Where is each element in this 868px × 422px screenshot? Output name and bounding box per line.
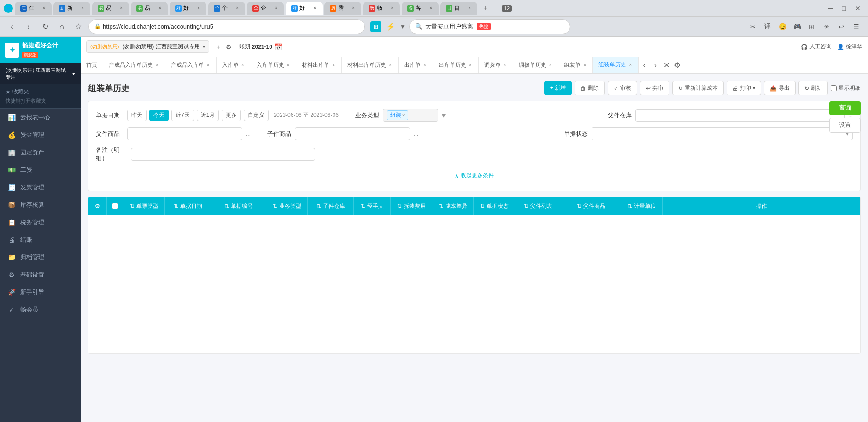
new-tab-button[interactable]: + [479,2,492,15]
tab-close-8[interactable]: × [312,6,317,11]
biz-type-tag-close[interactable]: × [402,113,405,118]
page-tab-home[interactable]: 首页 [81,57,103,74]
browser-tab-2[interactable]: 新 新 × [53,2,90,15]
browser-tab-1[interactable]: 在 在 × [15,2,52,15]
sidebar-item-tax[interactable]: 📋 税务管理 [0,214,81,231]
sidebar-item-checkout[interactable]: 🖨 结账 [0,231,81,249]
tab-close-1[interactable]: × [41,6,46,11]
service-button[interactable]: 🎧 人工咨询 [801,43,832,51]
page-tab-mat-out-history[interactable]: 材料出库单历史 × [342,57,399,74]
th-settings[interactable]: ⚙ [88,197,107,215]
browser-tab-7[interactable]: 企 企 × [247,2,284,15]
th-parent-goods[interactable]: ⇅ 父件商品 [561,197,621,215]
page-tab-out-order[interactable]: 出库单 × [399,57,433,74]
settings-config-button[interactable]: 设置 [829,118,861,133]
today-button[interactable]: 今天 [149,110,169,121]
emoji-tool[interactable]: 😊 [776,20,789,33]
browser-tab-12[interactable]: 目 目 × [440,2,477,15]
tab-close-3[interactable]: × [119,6,123,11]
brightness-tool[interactable]: ☀ [820,20,833,33]
assemble-close[interactable]: × [503,63,507,68]
company-selector[interactable]: (勿删勿禁用) 江西服宝测试专用 ▾ [6,67,75,81]
refresh-button[interactable]: ↻ 刷新 [798,81,828,95]
tab-scroll-right[interactable]: › [650,57,661,74]
home-button[interactable]: ⌂ [55,20,68,33]
th-handler[interactable]: ⇅ 经手人 [354,197,391,215]
browser-tab-4[interactable]: 易 易 × [131,2,168,15]
menu-tool[interactable]: ☰ [850,20,862,33]
parent-goods-ellipsis[interactable]: ... [246,131,251,137]
address-input[interactable]: 🔒 https://cloud.chanjet.com/accounting/u… [88,19,365,34]
sidebar-item-inventory[interactable]: 📦 库存核算 [0,196,81,214]
th-number[interactable]: ⇅ 单据编号 [211,197,266,215]
child-goods-input[interactable] [295,127,410,140]
sidebar-item-settings[interactable]: ⚙ 基础设置 [0,266,81,283]
page-tab-in-order[interactable]: 入库单 × [217,57,251,74]
close-button[interactable]: ✕ [851,5,864,12]
tab-close-7[interactable]: × [274,6,278,11]
in-history-close[interactable]: × [286,63,291,68]
abandon-button[interactable]: ↩ 弃审 [640,81,669,95]
tab-close-6[interactable]: × [235,6,240,11]
translate-tool[interactable]: 译 [761,20,774,33]
collapse-bar[interactable]: ∧ 收起更多条件 [96,168,853,183]
bookmark-button[interactable]: ☆ [72,20,85,33]
add-company-button[interactable]: + [217,43,220,51]
back-button[interactable]: ‹ [6,20,18,33]
sidebar-item-invoice[interactable]: 🧾 发票管理 [0,179,81,196]
show-detail-checkbox[interactable]: 显示明细 [831,84,861,92]
reload-button[interactable]: ↻ [39,20,52,33]
more-date-button[interactable]: 更多 [222,110,241,121]
user-info[interactable]: 👤 徐泽华 [837,43,862,51]
week-button[interactable]: 近7天 [171,110,194,121]
yesterday-button[interactable]: 昨天 [127,110,147,121]
dropdown-button[interactable]: ▼ [400,23,405,30]
th-diff[interactable]: ⇅ 成本差异 [432,197,474,215]
prod-in-history-close[interactable]: × [155,63,159,68]
mat-out-history-close[interactable]: × [388,63,393,68]
tab-scroll-left[interactable]: ‹ [639,57,650,74]
tab-close-all[interactable]: ✕ [661,57,672,74]
th-biztype[interactable]: ⇅ 业务类型 [266,197,308,215]
tab-close-5[interactable]: × [196,6,201,11]
tab-close-4[interactable]: × [158,6,162,11]
mat-out-close[interactable]: × [331,63,336,68]
print-button[interactable]: 🖨 打印 ▾ [727,81,761,95]
tab-settings[interactable]: ⚙ [672,57,683,74]
custom-date-button[interactable]: 自定义 [244,110,269,121]
parent-warehouse-input[interactable] [635,109,845,122]
browser-tab-10[interactable]: 畅 畅 × [363,2,400,15]
browser-tab-11[interactable]: 各 各 × [402,2,439,15]
in-order-close[interactable]: × [240,63,245,68]
biz-type-input[interactable]: 组装 × [383,109,438,122]
out-order-close[interactable]: × [422,63,427,68]
kit-history-close[interactable]: × [628,62,633,67]
th-warehouse[interactable]: ⇅ 子件仓库 [308,197,354,215]
page-tab-in-history[interactable]: 入库单历史 × [251,57,297,74]
favorites-title[interactable]: ★ 收藏夹 [6,88,75,96]
page-tab-out-history[interactable]: 出库单历史 × [433,57,479,74]
review-button[interactable]: ✓ 审核 [608,81,637,95]
browser-tab-9[interactable]: 腾 腾 × [324,2,361,15]
th-date[interactable]: ⇅ 单据日期 [165,197,211,215]
delete-button[interactable]: 🗑 删除 [575,81,605,95]
page-tab-mat-out[interactable]: 材料出库单 × [296,57,342,74]
browser-tab-6[interactable]: 个 个 × [208,2,245,15]
history-tool[interactable]: ↩ [835,20,848,33]
child-goods-ellipsis[interactable]: ... [414,131,418,137]
minimize-button[interactable]: ─ [825,5,837,12]
parent-goods-input[interactable] [127,127,242,140]
th-status[interactable]: ⇅ 单据状态 [474,197,515,215]
sidebar-item-fund[interactable]: 💰 资金管理 [0,126,81,144]
company-selector-top[interactable]: (勿删勿禁用) (勿删勿禁用) 江西服宝测试专用 ▾ [86,40,209,53]
game-tool[interactable]: 🎮 [791,20,803,33]
export-button[interactable]: 📤 导出 [764,81,796,95]
tab-close-11[interactable]: × [428,6,433,11]
tab-close-12[interactable]: × [467,6,472,11]
biz-type-dropdown[interactable]: ▾ [442,111,446,120]
forward-button[interactable]: › [22,20,35,33]
browser-tab-3[interactable]: 易 易 × [92,2,129,15]
grid-tool[interactable]: ⊞ [805,20,818,33]
sidebar-item-cloud-report[interactable]: 📊 云报表中心 [0,109,81,126]
sidebar-item-payroll[interactable]: 💵 工资 [0,161,81,179]
